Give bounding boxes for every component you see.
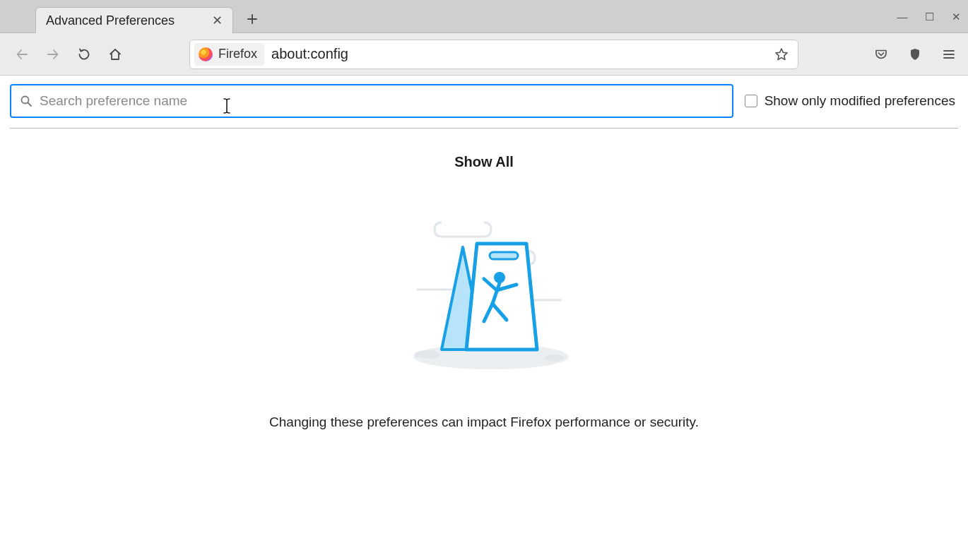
preference-search-box[interactable] bbox=[10, 84, 733, 118]
hamburger-icon bbox=[942, 47, 956, 61]
svg-point-13 bbox=[415, 350, 440, 359]
home-button[interactable] bbox=[102, 41, 129, 68]
window-maximize-button[interactable]: ☐ bbox=[923, 11, 935, 23]
svg-rect-17 bbox=[490, 252, 518, 259]
window-controls: — ☐ ✕ bbox=[896, 0, 962, 33]
shield-icon bbox=[908, 47, 922, 61]
tab-strip: Advanced Preferences ✕ — ☐ ✕ bbox=[0, 0, 968, 33]
new-tab-button[interactable] bbox=[240, 7, 264, 31]
browser-tab[interactable]: Advanced Preferences ✕ bbox=[35, 7, 233, 33]
show-all-button[interactable]: Show All bbox=[0, 154, 968, 170]
url-text: about:config bbox=[271, 46, 764, 62]
show-only-modified-label: Show only modified preferences bbox=[765, 93, 955, 109]
divider bbox=[10, 128, 958, 129]
home-icon bbox=[108, 47, 122, 61]
caution-sign-icon bbox=[378, 208, 590, 378]
pocket-icon bbox=[874, 47, 888, 61]
warning-caption: Changing these preferences can impact Fi… bbox=[269, 415, 699, 430]
reload-button[interactable] bbox=[71, 41, 98, 68]
svg-marker-4 bbox=[776, 49, 787, 60]
search-row: Show only modified preferences bbox=[0, 76, 968, 118]
identity-box[interactable]: Firefox bbox=[194, 43, 264, 66]
window-minimize-button[interactable]: — bbox=[896, 11, 909, 23]
reload-icon bbox=[77, 47, 91, 61]
star-icon bbox=[774, 47, 789, 61]
firefox-logo-icon bbox=[199, 47, 213, 61]
warning-illustration: Changing these preferences can impact Fi… bbox=[0, 208, 968, 430]
search-icon bbox=[20, 95, 33, 107]
tab-title: Advanced Preferences bbox=[46, 13, 203, 28]
checkbox-box-icon bbox=[745, 95, 757, 107]
plus-icon bbox=[247, 13, 258, 25]
back-button[interactable] bbox=[8, 41, 35, 68]
show-all-label: Show All bbox=[454, 154, 514, 169]
toolbar-right bbox=[870, 44, 960, 65]
svg-point-14 bbox=[545, 355, 565, 362]
navigation-toolbar: Firefox about:config bbox=[0, 33, 968, 76]
about-config-content: Show only modified preferences Show All bbox=[0, 76, 968, 560]
urlbar-container: Firefox about:config bbox=[189, 40, 798, 69]
urlbar[interactable]: Firefox about:config bbox=[189, 40, 798, 69]
show-only-modified-checkbox[interactable]: Show only modified preferences bbox=[745, 93, 958, 109]
svg-line-9 bbox=[28, 103, 32, 107]
arrow-left-icon bbox=[15, 47, 29, 61]
arrow-right-icon bbox=[46, 47, 60, 61]
identity-label: Firefox bbox=[218, 47, 257, 61]
window-close-button[interactable]: ✕ bbox=[950, 11, 962, 23]
app-menu-button[interactable] bbox=[938, 44, 960, 65]
tab-close-button[interactable]: ✕ bbox=[210, 13, 224, 28]
close-icon: ✕ bbox=[212, 13, 223, 28]
ublock-button[interactable] bbox=[904, 44, 926, 65]
forward-button[interactable] bbox=[40, 41, 66, 68]
pocket-button[interactable] bbox=[870, 44, 892, 65]
bookmark-button[interactable] bbox=[771, 44, 792, 65]
preference-search-input[interactable] bbox=[40, 93, 724, 109]
